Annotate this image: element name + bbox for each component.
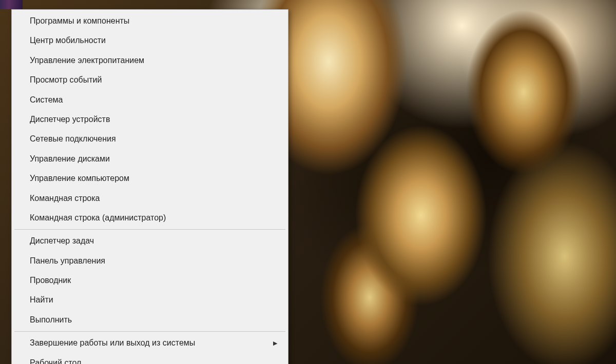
menu-separator: [14, 331, 285, 332]
menu-item-system[interactable]: Система: [13, 90, 286, 110]
menu-item-label: Управление дисками: [30, 153, 110, 165]
menu-item-label: Диспетчер устройств: [30, 114, 110, 125]
menu-item-label: Система: [30, 94, 63, 106]
menu-item-label: Панель управления: [30, 255, 105, 267]
menu-item-desktop[interactable]: Рабочий стол: [13, 353, 286, 364]
menu-item-task-manager[interactable]: Диспетчер задач: [13, 231, 286, 251]
menu-item-file-explorer[interactable]: Проводник: [13, 271, 286, 290]
menu-item-label: Центр мобильности: [30, 35, 106, 46]
menu-item-label: Выполнить: [30, 314, 72, 326]
window-sliver: [0, 0, 23, 9]
menu-item-label: Командная строка: [30, 193, 100, 204]
menu-item-command-prompt[interactable]: Командная строка: [13, 189, 286, 208]
menu-item-control-panel[interactable]: Панель управления: [13, 251, 286, 271]
menu-item-command-prompt-admin[interactable]: Командная строка (администратор): [13, 208, 286, 228]
menu-item-run[interactable]: Выполнить: [13, 310, 286, 330]
menu-item-label: Программы и компоненты: [30, 15, 129, 27]
menu-item-label: Диспетчер задач: [30, 235, 94, 247]
menu-item-label: Управление электропитанием: [30, 55, 144, 66]
menu-item-device-manager[interactable]: Диспетчер устройств: [13, 110, 286, 129]
menu-item-disk-management[interactable]: Управление дисками: [13, 149, 286, 169]
chevron-right-icon: ▶: [273, 339, 277, 347]
menu-item-search[interactable]: Найти: [13, 290, 286, 310]
menu-separator: [14, 229, 285, 230]
menu-item-label: Рабочий стол: [30, 357, 81, 364]
menu-item-label: Просмотр событий: [30, 74, 102, 86]
menu-item-label: Управление компьютером: [30, 173, 129, 184]
menu-item-label: Командная строка (администратор): [30, 212, 166, 224]
menu-item-label: Завершение работы или выход из системы: [30, 337, 195, 349]
menu-item-label: Проводник: [30, 275, 71, 286]
menu-item-computer-management[interactable]: Управление компьютером: [13, 169, 286, 188]
menu-item-power-options[interactable]: Управление электропитанием: [13, 51, 286, 70]
menu-item-network-connections[interactable]: Сетевые подключения: [13, 129, 286, 149]
menu-item-shutdown-signout[interactable]: Завершение работы или выход из системы ▶: [13, 333, 286, 353]
menu-item-event-viewer[interactable]: Просмотр событий: [13, 70, 286, 90]
winx-context-menu: Программы и компоненты Центр мобильности…: [11, 9, 288, 364]
menu-item-programs-features[interactable]: Программы и компоненты: [13, 11, 286, 31]
menu-item-label: Сетевые подключения: [30, 133, 116, 145]
menu-item-label: Найти: [30, 294, 53, 306]
menu-item-mobility-center[interactable]: Центр мобильности: [13, 31, 286, 50]
